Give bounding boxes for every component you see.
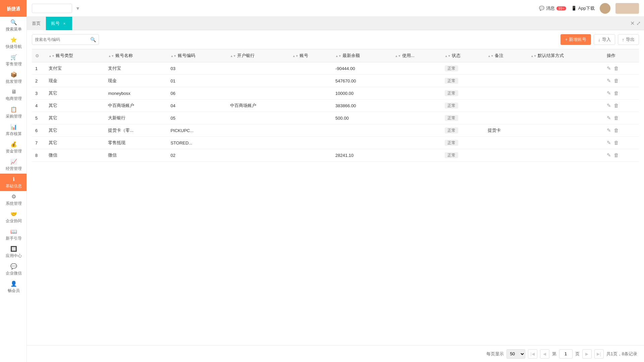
topbar-search-input[interactable] <box>32 4 72 13</box>
row-code-4: 04 <box>167 100 226 112</box>
toolbar-left: 🔍 <box>32 34 99 45</box>
col-usage[interactable]: ▲▼ 使用... <box>391 49 441 62</box>
sidebar-item-agreement[interactable]: 🤝 企业协同 <box>0 208 26 226</box>
row-account-8 <box>289 149 332 162</box>
col-status[interactable]: ▲▼ 状态 <box>441 49 484 62</box>
sidebar-item-wechat[interactable]: 💬 企业微信 <box>0 261 26 278</box>
sidebar-item-guide[interactable]: 📖 新手引导 <box>0 226 26 243</box>
col-bank[interactable]: ▲▼ 开户银行 <box>227 49 289 62</box>
tab-account-close[interactable]: × <box>62 21 67 26</box>
row-type-7: 其它 <box>45 137 105 149</box>
wechat-icon: 💬 <box>10 263 17 269</box>
minimize-icon[interactable]: ✕ <box>630 20 635 26</box>
add-account-button[interactable]: + 新增账号 <box>560 34 591 45</box>
sidebar-item-search[interactable]: 🔍 搜索菜单 <box>0 17 26 34</box>
total-info: 共1页，8条记录 <box>606 351 637 357</box>
edit-button-2[interactable]: ✎ <box>607 78 611 84</box>
app-download-button[interactable]: 📱 App下载 <box>571 5 595 11</box>
row-name-1: 支付宝 <box>105 62 167 75</box>
user-avatar[interactable] <box>600 3 610 14</box>
delete-button-5[interactable]: 🗑 <box>614 115 619 121</box>
sidebar-item-member[interactable]: 👤 畅会员 <box>0 278 26 296</box>
row-remark-7 <box>484 137 527 149</box>
row-usage-7 <box>391 137 441 149</box>
maximize-icon[interactable]: ⤢ <box>636 20 641 26</box>
delete-button-4[interactable]: 🗑 <box>614 103 619 109</box>
page-number-input[interactable] <box>559 349 573 359</box>
edit-button-7[interactable]: ✎ <box>607 140 611 146</box>
row-type-5: 其它 <box>45 112 105 124</box>
sidebar-item-app-center[interactable]: 🔲 应用中心 <box>0 243 26 261</box>
delete-button-3[interactable]: 🗑 <box>614 90 619 96</box>
sidebar-item-inventory[interactable]: 📊 库存核算 <box>0 121 26 139</box>
first-page-button[interactable]: |◀ <box>528 349 537 359</box>
row-type-8: 微信 <box>45 149 105 162</box>
col-account[interactable]: ▲▼ 账号 <box>289 49 332 62</box>
col-default-payment[interactable]: ▲▼ 默认结算方式 <box>527 49 603 62</box>
row-code-3: 06 <box>167 87 226 100</box>
export-icon: ↑ <box>622 37 625 42</box>
sidebar-item-retail[interactable]: 🛒 零售管理 <box>0 52 26 69</box>
sidebar-item-ecommerce[interactable]: 🖥 电商管理 <box>0 86 26 104</box>
toolbar-right: + 新增账号 ↓ 导入 ↑ 导出 <box>560 34 639 45</box>
edit-button-5[interactable]: ✎ <box>607 115 611 121</box>
row-bank-5 <box>227 112 289 124</box>
row-remark-2 <box>484 75 527 87</box>
sidebar-label-search: 搜索菜单 <box>6 26 22 32</box>
prev-page-button[interactable]: ◀ <box>540 349 549 359</box>
quick-nav-icon: ⭐ <box>10 37 17 43</box>
topbar-dropdown-icon[interactable]: ▼ <box>75 6 80 11</box>
edit-button-4[interactable]: ✎ <box>607 103 611 109</box>
sidebar-item-quick-nav[interactable]: ⭐ 快捷导航 <box>0 34 26 52</box>
row-index-7: 7 <box>32 137 45 149</box>
import-icon: ↓ <box>598 37 600 42</box>
edit-button-1[interactable]: ✎ <box>607 65 611 71</box>
delete-button-6[interactable]: 🗑 <box>614 127 619 133</box>
edit-button-3[interactable]: ✎ <box>607 90 611 96</box>
row-code-8: 02 <box>167 149 226 162</box>
notification-button[interactable]: 💬 消息 99+ <box>539 5 566 11</box>
tab-account[interactable]: 账号 × <box>46 17 72 30</box>
delete-button-1[interactable]: 🗑 <box>614 65 619 71</box>
inventory-icon: 📊 <box>10 124 17 130</box>
tab-home[interactable]: 首页 <box>27 17 46 30</box>
operations-icon: 📈 <box>10 159 17 165</box>
tab-expand-icon[interactable]: ✕ ⤢ <box>627 20 644 26</box>
row-code-6: PICKUPC... <box>167 124 226 137</box>
basic-info-icon: ℹ <box>13 176 15 182</box>
col-name[interactable]: ▲▼ 账号名称 <box>105 49 167 62</box>
row-bank-8 <box>227 149 289 162</box>
sidebar-item-wholesale[interactable]: 📦 批发管理 <box>0 69 26 86</box>
import-button[interactable]: ↓ 导入 <box>594 34 615 45</box>
user-info[interactable] <box>615 3 639 14</box>
row-actions-2: ✎ 🗑 <box>603 75 639 87</box>
col-balance[interactable]: ▲▼ 最新余额 <box>332 49 391 62</box>
sidebar-item-finance[interactable]: 💰 资金管理 <box>0 139 26 156</box>
export-button[interactable]: ↑ 导出 <box>618 34 639 45</box>
delete-button-8[interactable]: 🗑 <box>614 152 619 158</box>
row-account-6 <box>289 124 332 137</box>
col-type[interactable]: ▲▼ 账号类型 <box>45 49 105 62</box>
sidebar-item-operations[interactable]: 📈 经营管理 <box>0 156 26 174</box>
row-default-payment-3 <box>527 87 603 100</box>
next-page-button[interactable]: ▶ <box>582 349 592 359</box>
row-remark-8 <box>484 149 527 162</box>
sidebar-label-operations: 经营管理 <box>6 166 22 172</box>
tabbar: 首页 账号 × ✕ ⤢ <box>27 17 644 30</box>
search-input[interactable] <box>35 37 90 42</box>
delete-button-2[interactable]: 🗑 <box>614 78 619 84</box>
last-page-button[interactable]: ▶| <box>594 349 604 359</box>
column-settings-icon[interactable]: ⚙ <box>35 53 39 58</box>
edit-button-6[interactable]: ✎ <box>607 127 611 133</box>
col-name-sort-icon: ▲▼ <box>108 53 114 58</box>
col-code[interactable]: ▲▼ 账号编码 <box>167 49 226 62</box>
sidebar-item-system[interactable]: ⚙ 系统管理 <box>0 191 26 208</box>
edit-button-8[interactable]: ✎ <box>607 152 611 158</box>
sidebar-item-basic-info[interactable]: ℹ 基础信息 <box>0 174 26 191</box>
tab-home-label: 首页 <box>32 20 41 26</box>
sidebar-item-purchase[interactable]: 📋 采购管理 <box>0 104 26 121</box>
delete-button-7[interactable]: 🗑 <box>614 140 619 146</box>
page-size-select[interactable]: 50 100 200 <box>506 349 525 359</box>
row-usage-6 <box>391 124 441 137</box>
col-remark[interactable]: ▲▼ 备注 <box>484 49 527 62</box>
